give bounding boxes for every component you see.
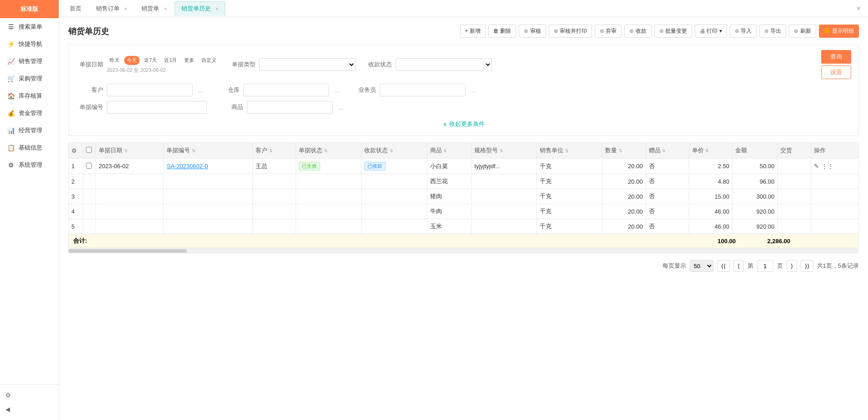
row-customer (253, 189, 296, 204)
table-gear-header[interactable]: ⚙ (69, 143, 83, 159)
date-label: 单据日期 (76, 60, 103, 69)
doc-no-link[interactable]: SA-20230602-0 (166, 163, 208, 170)
goods-input[interactable] (247, 101, 333, 114)
page-last-btn[interactable]: ⟩⟩ (801, 260, 813, 272)
sidebar-item-search-menu[interactable]: ☰ 搜索菜单 (0, 18, 59, 35)
table-customer-header[interactable]: 客户 ⇅ (253, 143, 296, 159)
doc-type-select[interactable] (259, 58, 356, 71)
table-status-header[interactable]: 单据状态 ⇅ (296, 143, 361, 159)
row-action (811, 189, 858, 204)
sidebar-item-basic-info[interactable]: 📋 基础信息 (0, 139, 59, 156)
doc-type-label: 单据类型 (228, 60, 256, 69)
sidebar-item-operation-mgmt[interactable]: 📊 经营管理 (0, 122, 59, 139)
date-7days[interactable]: 近7天 (141, 56, 160, 65)
close-all-tabs[interactable]: × (853, 5, 864, 13)
table-no-header[interactable]: 单据编号 ⇅ (164, 143, 253, 159)
sidebar-item-purchase-mgmt[interactable]: 🛒 采购管理 (0, 70, 59, 87)
payment-status-select[interactable] (396, 58, 492, 71)
tab-sales-history[interactable]: 销货单历史 × (175, 1, 225, 16)
row-checkbox (83, 204, 96, 219)
sidebar-item-quick-nav[interactable]: ⚡ 快捷导航 (0, 35, 59, 53)
delete-button[interactable]: 🗑 删除 (488, 25, 516, 38)
filter-row-2: 客户 ... 仓库 ... 业务员 ... (76, 84, 851, 96)
table-spec-header[interactable]: 规格型号 ⇅ (472, 143, 537, 159)
warehouse-search-icon[interactable]: ... (335, 87, 340, 94)
select-all-checkbox[interactable] (86, 147, 92, 153)
customer-input[interactable] (107, 84, 193, 96)
row-qty: 20.00 (602, 174, 646, 189)
page-first-btn[interactable]: ⟨⟨ (717, 260, 730, 272)
row-customer (253, 204, 296, 219)
collapse-filter-btn[interactable]: ∧ 收起更多条件 (76, 118, 851, 130)
date-1month[interactable]: 近1月 (161, 56, 180, 65)
page-number-input[interactable] (757, 260, 773, 272)
export-button[interactable]: ⊙ 导出 (759, 25, 786, 38)
row-unit: 千克 (537, 204, 602, 219)
date-yesterday[interactable]: 昨天 (107, 56, 122, 65)
row-check[interactable] (86, 163, 92, 169)
table-goods-header[interactable]: 商品 ⇅ (427, 143, 472, 159)
more-icon[interactable]: ⋮⋮ (822, 163, 833, 170)
doc-no-input[interactable] (107, 101, 207, 114)
footer-label: 合计: (73, 237, 87, 245)
page-prev-btn[interactable]: ⟨ (733, 260, 744, 272)
tab-sales-history-close[interactable]: × (216, 6, 218, 11)
table-payment-header[interactable]: 收款状态 ⇅ (361, 143, 427, 159)
table-trade-header: 交货 (778, 143, 811, 159)
table-footer: 合计: 100.00 2,286.00 (68, 234, 859, 248)
tab-sales-order[interactable]: 销售订单 × (89, 1, 134, 16)
business-search-icon[interactable]: ... (471, 87, 476, 94)
table-date-header[interactable]: 单据日期 ⇅ (96, 143, 164, 159)
settings-bottom-icon: ⚙ (5, 392, 11, 399)
tab-sales-delivery-close[interactable]: × (164, 6, 166, 11)
horizontal-scrollbar[interactable] (68, 248, 859, 254)
row-seq: 4 (69, 204, 83, 219)
sidebar-item-sys-mgmt[interactable]: ⚙ 系统管理 (0, 156, 59, 174)
spec-sort-icon: ⇅ (500, 149, 503, 153)
total-info: 共1页，5条记录 (817, 262, 859, 270)
setting-button[interactable]: 设置 (821, 65, 851, 79)
table-row: 4 牛肉 千克 20.00 否 46.00 920.00 (69, 204, 859, 219)
date-today[interactable]: 今天 (124, 56, 140, 65)
page-next-btn[interactable]: ⟩ (787, 260, 797, 272)
show-detail-button[interactable]: 🟠 显示明细 (819, 25, 859, 38)
abandon-button[interactable]: ⊙ 弃审 (595, 25, 622, 38)
doc-type-filter: 单据类型 (228, 58, 356, 71)
date-more[interactable]: 更多 (181, 56, 197, 65)
tab-sales-order-close[interactable]: × (124, 6, 127, 11)
add-button[interactable]: + 新增 (460, 25, 486, 38)
goods-search-icon[interactable]: ... (338, 104, 343, 111)
table-price-header[interactable]: 单价 ⇅ (689, 143, 732, 159)
audit-print-button[interactable]: ⊙ 审核并打印 (549, 25, 592, 38)
table-unit-header[interactable]: 销售单位 ⇅ (537, 143, 602, 159)
tab-sales-delivery[interactable]: 销货单 × (135, 1, 173, 16)
sidebar-item-inventory-calc[interactable]: 🏠 库存核算 (0, 87, 59, 105)
refresh-button[interactable]: ⊙ 刷新 (789, 25, 816, 38)
tab-home[interactable]: 首页 (63, 1, 88, 16)
query-button[interactable]: 查询 (821, 50, 851, 64)
collect-button[interactable]: ⊙ 收款 (624, 25, 651, 38)
tab-bar: 首页 销售订单 × 销货单 × 销货单历史 × × (59, 0, 868, 17)
sidebar-bottom: ⚙ ◀ (0, 384, 59, 420)
business-input[interactable] (380, 84, 466, 96)
import-button[interactable]: ⊙ 导入 (730, 25, 757, 38)
date-filter: 单据日期 昨天 今天 近7天 近1月 更多 自定义 2023-06-02 至 2… (76, 56, 219, 74)
edit-icon[interactable]: ✎ (814, 163, 819, 170)
row-unit: 千克 (537, 189, 602, 204)
warehouse-input[interactable] (243, 84, 329, 96)
row-qty: 20.00 (602, 189, 646, 204)
table-qty-header[interactable]: 数量 ⇅ (602, 143, 646, 159)
audit-button[interactable]: ⊙ 审核 (519, 25, 546, 38)
per-page-select[interactable]: 50 100 200 (690, 260, 713, 272)
batch-change-button[interactable]: ⊙ 批量变更 (654, 25, 692, 38)
date-custom[interactable]: 自定义 (199, 56, 219, 65)
customer-search-icon[interactable]: ... (198, 87, 203, 94)
print-button[interactable]: 🖨 打印 ▾ (695, 25, 727, 38)
sidebar-item-fund-mgmt[interactable]: 💰 资金管理 (0, 105, 59, 122)
sidebar-collapse-btn[interactable]: ◀ (0, 402, 59, 416)
scrollbar-thumb (68, 249, 187, 253)
table-gift-header[interactable]: 赠品 ⇅ (646, 143, 689, 159)
sidebar-bottom-settings[interactable]: ⚙ (0, 388, 59, 402)
sidebar-item-sales-mgmt[interactable]: 📈 销售管理 (0, 53, 59, 70)
row-trade (778, 189, 811, 204)
